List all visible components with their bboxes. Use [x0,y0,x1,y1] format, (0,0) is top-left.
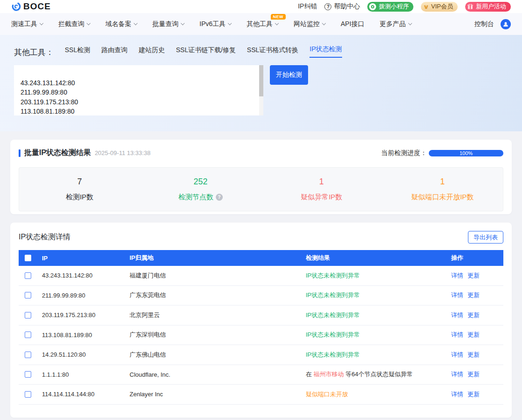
cell-result: IP状态未检测到异常 [306,291,451,299]
action-link-详情[interactable]: 详情 [451,331,463,339]
row-checkbox[interactable] [25,391,31,398]
column-header-操作: 操作 [451,254,503,262]
ip-list-text: 43.243.131.142:80 211.99.99.89:80 203.11… [21,79,78,116]
nav-item-测速工具[interactable]: 测速工具 [11,20,43,28]
stat-疑似异常IP数: 1疑似异常IP数 [261,177,382,202]
cell-ip: 114.114.114.144:80 [42,391,130,398]
nav-item-批量查询[interactable]: 批量查询 [152,20,184,28]
action-link-详情[interactable]: 详情 [451,311,463,319]
stat-label-text: 疑似异常IP数 [301,193,342,202]
action-link-详情[interactable]: 详情 [451,390,463,399]
nav-item-拦截查询[interactable]: 拦截查询 [58,20,90,28]
miniprogram-label: 拨测小程序 [378,2,409,11]
cell-actions: 详情更新 [451,311,503,319]
action-link-更新[interactable]: 更新 [467,351,480,359]
stat-label-text: 检测节点数 [179,193,213,202]
table-row: 14.29.51.120:80广东佛山电信IP状态未检测到异常详情更新 [19,345,503,365]
row-checkbox[interactable] [25,292,31,298]
ip-list-input[interactable]: 43.243.131.142:80 211.99.99.89:80 203.11… [14,65,263,115]
nav-item-其他工具[interactable]: 其他工具NEW [247,20,278,28]
ip-correction-link[interactable]: IP纠错 [298,2,317,11]
tool-link-SSL检测[interactable]: SSL检测 [65,46,90,58]
nav-item-label: 批量查询 [152,20,179,28]
row-checkbox[interactable] [25,332,31,338]
help-center-link[interactable]: ? 帮助中心 [324,2,360,11]
cell-ip: 14.29.51.120:80 [42,351,130,358]
tool-link-SSL证书格式转换[interactable]: SSL证书格式转换 [247,46,298,58]
cell-ip: 113.108.81.189:80 [42,332,130,339]
select-all-checkbox[interactable] [25,255,31,261]
cell-location: Zenlayer Inc [130,391,306,398]
nav-item-label: 拦截查询 [58,20,84,28]
table-row: 1.1.1.1:80Cloudflare, Inc.在 福州市移动 等64个节点… [19,365,503,385]
table-row: 113.108.81.189:80广东深圳电信IP状态未检测到异常详情更新 [19,325,503,345]
cell-location: 北京阿里云 [130,311,306,319]
nav-item-API接口[interactable]: API接口 [341,20,364,28]
action-link-更新[interactable]: 更新 [467,331,480,339]
cell-result: 疑似端口未开放 [306,390,451,399]
table-row: 203.119.175.213:80北京阿里云IP状态未检测到异常详情更新 [19,305,503,325]
row-checkbox[interactable] [25,312,31,318]
ip-status-table: IPIP归属地检测结果操作 43.243.131.142:80福建厦门电信IP状… [19,250,503,405]
result-segment: IP状态未检测到异常 [306,351,360,358]
chevron-down-icon [275,21,279,25]
cell-ip: 211.99.99.89:80 [42,292,130,299]
main-nav: 测速工具拦截查询域名备案批量查询IPv6工具其他工具NEW网站监控API接口更多… [0,13,522,35]
nav-item-label: 网站监控 [294,20,320,28]
stat-value: 1 [261,177,382,187]
chevron-down-icon [322,21,326,25]
console-link[interactable]: 控制台 [474,20,494,28]
user-avatar[interactable] [501,19,511,29]
cell-actions: 详情更新 [451,370,503,379]
stat-value: 1 [382,177,503,187]
tool-link-SSL证书链下载/修复[interactable]: SSL证书链下载/修复 [176,46,235,58]
table-body: 43.243.131.142:80福建厦门电信IP状态未检测到异常详情更新211… [19,266,503,405]
action-link-更新[interactable]: 更新 [467,390,480,399]
start-detection-button[interactable]: 开始检测 [270,65,308,85]
new-user-activity-label: 新用户活动 [476,2,506,11]
gift-icon [467,3,474,10]
stat-label: 疑似端口未开放IP数 [382,193,503,202]
row-checkbox[interactable] [25,371,31,378]
textarea-scrollbar-thumb[interactable] [259,65,263,96]
cell-result: 在 福州市移动 等64个节点状态疑似异常 [306,370,451,379]
cell-actions: 详情更新 [451,291,503,299]
action-link-更新[interactable]: 更新 [467,311,480,319]
tools-links: SSL检测路由查询建站历史SSL证书链下载/修复SSL证书格式转换IP状态检测 [65,45,342,58]
stat-label: 检测IP数 [19,193,140,202]
cell-ip: 1.1.1.1:80 [42,371,130,378]
nav-item-更多产品[interactable]: 更多产品 [380,20,412,28]
chevron-down-icon [40,21,43,25]
tool-link-建站历史[interactable]: 建站历史 [138,46,165,58]
cell-result: IP状态未检测到异常 [306,311,451,319]
export-list-button[interactable]: 导出列表 [468,231,503,244]
row-checkbox[interactable] [25,352,31,358]
result-segment: IP状态未检测到异常 [306,312,360,318]
vip-icon: ∨ [423,3,430,10]
tool-link-IP状态检测[interactable]: IP状态检测 [309,45,342,58]
brand-name: BOCE [23,1,51,12]
nav-item-域名备案[interactable]: 域名备案 [105,20,137,28]
miniprogram-pill[interactable]: 拨测小程序 [367,2,413,12]
nav-item-网站监控[interactable]: 网站监控 [294,20,325,28]
question-help-icon[interactable]: ? [216,194,223,201]
tool-link-路由查询[interactable]: 路由查询 [101,46,127,58]
action-link-更新[interactable]: 更新 [467,370,480,379]
action-link-详情[interactable]: 详情 [451,271,463,280]
vip-pill[interactable]: ∨ VIP会员 [421,2,458,12]
action-link-详情[interactable]: 详情 [451,291,463,299]
action-link-更新[interactable]: 更新 [467,291,480,299]
action-link-更新[interactable]: 更新 [467,271,480,280]
row-checkbox[interactable] [25,272,31,279]
action-link-详情[interactable]: 详情 [451,370,463,379]
detail-card: IP状态检测详情 导出列表 IPIP归属地检测结果操作 43.243.131.1… [10,223,512,418]
result-segment: IP状态未检测到异常 [306,331,360,338]
new-user-activity-pill[interactable]: 新用户活动 [465,2,511,12]
tools-label: 其他工具： [14,47,54,58]
column-header-检测结果: 检测结果 [306,254,451,262]
action-link-详情[interactable]: 详情 [451,351,463,359]
stat-value: 252 [140,177,261,187]
nav-item-IPv6工具[interactable]: IPv6工具 [199,20,231,28]
boce-logo[interactable]: BOCE [11,1,51,12]
stat-label: 疑似异常IP数 [261,193,382,202]
